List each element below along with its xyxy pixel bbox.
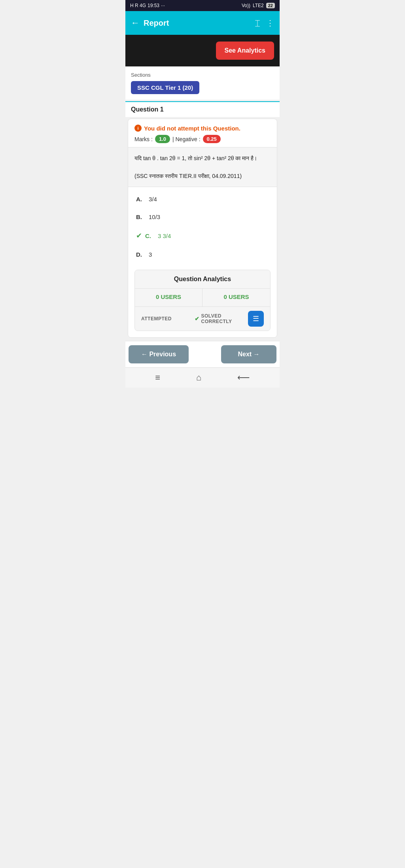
attempted-label: ATTEMPTED — [141, 316, 191, 321]
android-home-icon[interactable]: ⌂ — [196, 373, 201, 383]
option-a-label: A. — [136, 196, 146, 202]
time-text: 19:53 — [148, 3, 159, 8]
correct-check-icon: ✔ — [136, 231, 142, 240]
more-options-icon[interactable]: ⋮ — [266, 18, 274, 28]
solved-label-container: ✔ SOLVED CORRECTLY — [195, 313, 245, 324]
question-analytics-section: Question Analytics 0 USERS 0 USERS ATTEM… — [134, 270, 271, 331]
option-d[interactable]: D. 3 — [128, 246, 277, 263]
header-icons: ⌶ ⋮ — [255, 18, 274, 28]
section-chip[interactable]: SSC CGL Tier 1 (20) — [131, 81, 199, 94]
analytics-title: Question Analytics — [135, 270, 270, 289]
see-analytics-button[interactable]: See Analytics — [216, 42, 274, 60]
options-container: A. 3/4 B. 10/3 ✔ C. 3 3/4 D. 3 — [128, 187, 277, 267]
app-header: ← Report ⌶ ⋮ — [125, 11, 280, 35]
carrier-text: H R 4G — [130, 3, 146, 8]
android-bar: ≡ ⌂ ⟵ — [125, 367, 280, 388]
marks-row: Marks : 1.0 | Negative : 0.25 — [134, 135, 271, 143]
attempt-notice: i You did not attempt this Question. Mar… — [128, 119, 277, 148]
next-button[interactable]: Next → — [221, 345, 276, 363]
android-back-icon[interactable]: ⟵ — [237, 373, 250, 383]
banner-area: See Analytics — [125, 35, 280, 66]
option-a-text: 3/4 — [149, 196, 157, 202]
attempted-count: 0 USERS — [141, 293, 196, 300]
solved-check-icon: ✔ — [195, 316, 200, 322]
lte-text: LTE2 — [253, 3, 264, 8]
analytics-solved-cell: 0 USERS — [202, 289, 270, 306]
sections-label: Sections — [131, 72, 274, 78]
notice-title: i You did not attempt this Question. — [134, 125, 271, 132]
analytics-attempted-cell: 0 USERS — [135, 289, 202, 306]
solved-label: SOLVED CORRECTLY — [201, 313, 245, 324]
analytics-label-row: ATTEMPTED ✔ SOLVED CORRECTLY ☰ — [135, 307, 270, 331]
sections-container: Sections SSC CGL Tier 1 (20) — [125, 66, 280, 100]
analytics-grid: 0 USERS 0 USERS — [135, 289, 270, 306]
question-text-hindi: यदि tan θ . tan 2θ = 1, तो sin² 2θ + tan… — [134, 154, 271, 163]
option-c-label: C. — [145, 233, 155, 239]
option-b-text: 10/3 — [149, 214, 160, 220]
marks-label: Marks : — [134, 136, 153, 142]
option-a[interactable]: A. 3/4 — [128, 190, 277, 208]
back-button[interactable]: ← — [131, 18, 140, 28]
negative-badge: 0.25 — [203, 135, 221, 143]
option-c-text: 3 3/4 — [158, 233, 171, 239]
option-d-label: D. — [136, 251, 146, 258]
battery-badge: 22 — [266, 3, 275, 8]
android-menu-icon[interactable]: ≡ — [155, 373, 160, 383]
status-left: H R 4G 19:53 ··· — [130, 3, 165, 8]
dots-text: ··· — [161, 3, 165, 8]
share-icon[interactable]: ⌶ — [255, 19, 260, 28]
question-heading: Question 1 — [125, 101, 280, 117]
bottom-navigation: ← Previous Next → — [125, 341, 280, 367]
marks-badge: 1.0 — [155, 135, 170, 143]
question-text-area: यदि tan θ . tan 2θ = 1, तो sin² 2θ + tan… — [128, 148, 277, 187]
previous-button[interactable]: ← Previous — [129, 345, 189, 363]
status-bar: H R 4G 19:53 ··· Vo)) LTE2 22 — [125, 0, 280, 11]
option-d-text: 3 — [149, 251, 152, 258]
info-icon: i — [134, 125, 142, 132]
negative-label: | Negative : — [172, 136, 201, 142]
option-b[interactable]: B. 10/3 — [128, 208, 277, 226]
question-text-source: (SSC स्नातक स्तरीय TIER.II परीक्षा, 04.0… — [134, 172, 271, 180]
status-right: Vo)) LTE2 22 — [242, 3, 275, 8]
list-view-button[interactable]: ☰ — [248, 311, 264, 327]
option-b-label: B. — [136, 214, 146, 220]
header-title: Report — [144, 19, 255, 28]
question-card: i You did not attempt this Question. Mar… — [128, 119, 277, 338]
option-c[interactable]: ✔ C. 3 3/4 — [128, 226, 277, 246]
notice-text: You did not attempt this Question. — [144, 125, 240, 132]
vol-text: Vo)) — [242, 3, 250, 8]
solved-count: 0 USERS — [209, 293, 264, 300]
